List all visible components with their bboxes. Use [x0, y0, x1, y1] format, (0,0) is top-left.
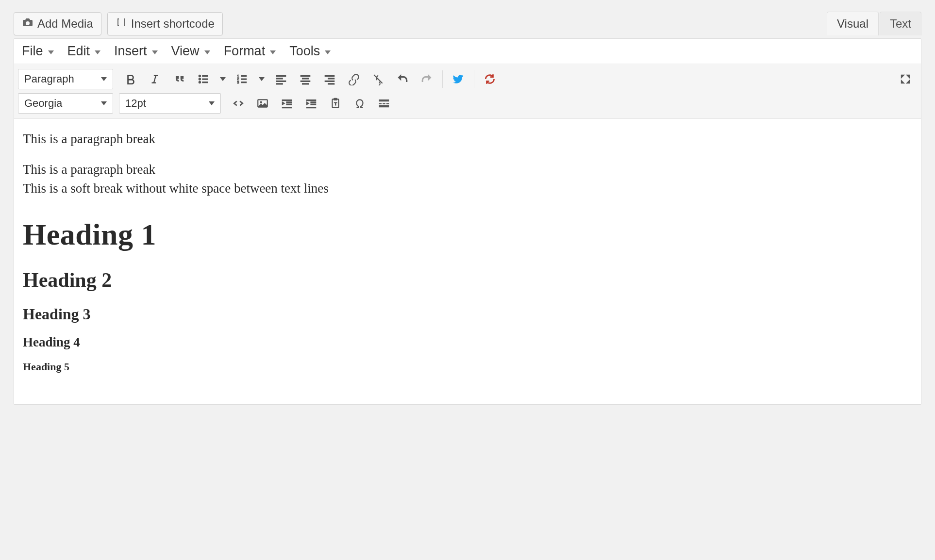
add-media-label: Add Media — [37, 17, 93, 31]
read-more-button[interactable] — [372, 93, 396, 114]
tab-text[interactable]: Text — [880, 12, 921, 35]
unlink-button[interactable] — [367, 69, 390, 89]
twitter-button[interactable] — [447, 69, 470, 89]
unordered-list-menu[interactable] — [216, 69, 230, 89]
chevron-down-icon — [209, 101, 215, 105]
svg-rect-9 — [334, 98, 337, 100]
insert-shortcode-button[interactable]: Insert shortcode — [107, 12, 223, 35]
menu-view-label: View — [171, 44, 200, 59]
heading-2[interactable]: Heading 2 — [23, 268, 912, 292]
undo-button[interactable] — [391, 69, 414, 89]
font-size-label: 12pt — [125, 97, 200, 110]
menubar: File Edit Insert View Format Tools — [14, 39, 921, 64]
font-size-select[interactable]: 12pt — [119, 93, 221, 114]
chevron-down-icon — [95, 50, 100, 54]
menu-file-label: File — [22, 44, 43, 59]
paragraph-2-line-2[interactable]: This is a soft break without white space… — [23, 179, 912, 198]
menu-view[interactable]: View — [171, 44, 210, 59]
media-buttons: Add Media Insert shortcode — [14, 12, 223, 35]
bold-button[interactable] — [119, 69, 142, 89]
blockquote-button[interactable] — [167, 69, 191, 89]
toolbar-divider — [474, 70, 474, 88]
refresh-button[interactable] — [478, 69, 501, 89]
chevron-down-icon — [152, 50, 158, 54]
tab-visual-label: Visual — [837, 17, 868, 30]
menu-file[interactable]: File — [22, 44, 54, 59]
chevron-down-icon — [48, 50, 54, 54]
heading-5[interactable]: Heading 5 — [23, 361, 912, 373]
menu-format[interactable]: Format — [224, 44, 276, 59]
font-family-select[interactable]: Georgia — [18, 93, 113, 114]
svg-point-0 — [199, 75, 200, 77]
camera-icon — [22, 16, 33, 31]
link-button[interactable] — [342, 69, 366, 89]
fullscreen-button[interactable] — [894, 69, 917, 89]
svg-text:T: T — [334, 101, 337, 106]
editor-frame: File Edit Insert View Format Tools Parag… — [14, 38, 921, 405]
menu-insert[interactable]: Insert — [114, 44, 158, 59]
svg-point-7 — [260, 101, 262, 103]
ordered-list-menu[interactable] — [255, 69, 268, 89]
chevron-down-icon — [270, 50, 276, 54]
chevron-down-icon — [101, 101, 107, 105]
font-family-label: Georgia — [24, 97, 92, 110]
tab-visual[interactable]: Visual — [827, 12, 879, 35]
heading-3[interactable]: Heading 3 — [23, 305, 912, 323]
align-center-button[interactable] — [294, 69, 317, 89]
chevron-down-icon — [101, 77, 107, 81]
toolbar-row-1: Paragraph 123 — [18, 67, 917, 91]
align-right-button[interactable] — [318, 69, 341, 89]
paragraph-format-select[interactable]: Paragraph — [18, 69, 113, 89]
align-left-button[interactable] — [269, 69, 293, 89]
editor-tabs: Visual Text — [827, 12, 921, 35]
add-media-button[interactable]: Add Media — [14, 12, 101, 35]
toolbar-divider — [442, 70, 443, 88]
toolbar: Paragraph 123 — [14, 64, 921, 119]
paragraph-format-label: Paragraph — [24, 73, 92, 85]
paragraph-2-line-1[interactable]: This is a paragraph break — [23, 160, 912, 179]
ordered-list-button[interactable]: 123 — [231, 69, 254, 89]
svg-point-1 — [199, 78, 200, 80]
tab-text-label: Text — [890, 17, 911, 30]
insert-image-button[interactable] — [251, 93, 274, 114]
chevron-down-icon — [259, 77, 265, 81]
shortcode-icon — [116, 16, 127, 31]
editor-top-row: Add Media Insert shortcode Visual Text — [14, 12, 921, 35]
heading-4[interactable]: Heading 4 — [23, 335, 912, 350]
paragraph-1[interactable]: This is a paragraph break — [23, 130, 912, 148]
svg-text:3: 3 — [237, 80, 239, 84]
indent-button[interactable] — [300, 93, 323, 114]
menu-tools-label: Tools — [289, 44, 320, 59]
chevron-down-icon — [204, 50, 210, 54]
chevron-down-icon — [220, 77, 226, 81]
redo-button[interactable] — [415, 69, 438, 89]
toolbar-row-2: Georgia 12pt — [18, 91, 917, 115]
menu-edit-label: Edit — [67, 44, 90, 59]
menu-format-label: Format — [224, 44, 266, 59]
source-code-button[interactable] — [227, 93, 250, 114]
outdent-button[interactable] — [275, 93, 299, 114]
paste-as-text-button[interactable]: T — [324, 93, 347, 114]
menu-insert-label: Insert — [114, 44, 147, 59]
insert-shortcode-label: Insert shortcode — [131, 17, 215, 31]
svg-point-2 — [199, 81, 200, 83]
menu-tools[interactable]: Tools — [289, 44, 331, 59]
heading-1[interactable]: Heading 1 — [23, 217, 912, 252]
chevron-down-icon — [325, 50, 331, 54]
editor-content[interactable]: This is a paragraph break This is a para… — [14, 119, 921, 404]
special-character-button[interactable] — [348, 93, 371, 114]
unordered-list-button[interactable] — [192, 69, 215, 89]
menu-edit[interactable]: Edit — [67, 44, 101, 59]
italic-button[interactable] — [143, 69, 167, 89]
